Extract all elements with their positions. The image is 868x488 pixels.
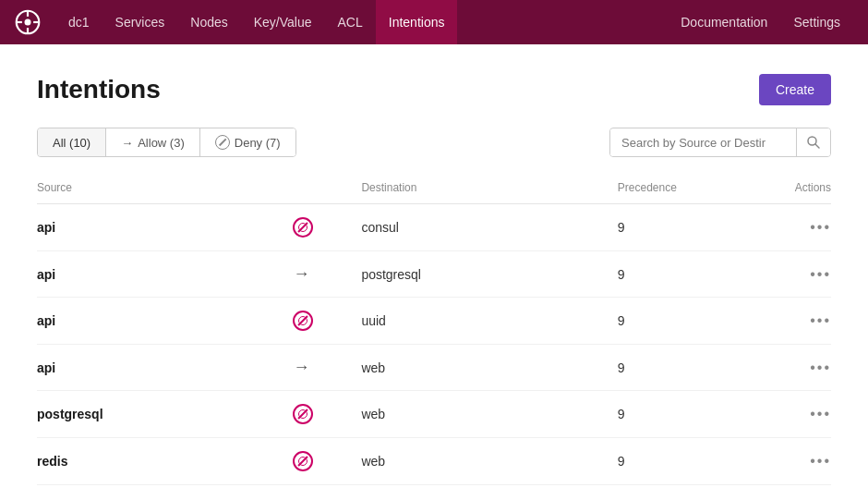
svg-line-7 <box>815 144 819 148</box>
precedence-value: 9 <box>618 267 625 282</box>
nav-item-acl[interactable]: ACL <box>325 0 376 44</box>
nav-item-settings[interactable]: Settings <box>780 0 853 44</box>
cell-source: web <box>37 485 293 489</box>
cell-actions[interactable]: ••• <box>745 485 831 489</box>
table-row: web→api9••• <box>37 485 831 489</box>
precedence-value: 9 <box>618 313 625 328</box>
col-header-type <box>293 176 361 204</box>
nav-item-documentation[interactable]: Documentation <box>668 0 780 44</box>
destination-value: uuid <box>361 313 385 328</box>
source-value: api <box>37 360 55 375</box>
deny-icon <box>293 404 313 424</box>
more-actions-button[interactable]: ••• <box>810 453 831 469</box>
arrow-icon: → <box>121 136 133 150</box>
cell-destination: uuid <box>361 298 617 345</box>
destination-value: web <box>361 454 385 469</box>
filter-allow[interactable]: → Allow (3) <box>106 128 200 156</box>
cell-type-icon <box>293 438 361 485</box>
source-value: api <box>37 267 55 282</box>
filter-all[interactable]: All (10) <box>38 128 106 156</box>
filter-buttons: All (10) → Allow (3) Deny (7) <box>37 128 296 157</box>
destination-value: consul <box>361 220 398 235</box>
source-value: redis <box>37 454 67 469</box>
precedence-value: 9 <box>618 454 625 469</box>
destination-value: web <box>361 407 385 421</box>
table-row: api→web9••• <box>37 345 831 391</box>
precedence-value: 9 <box>618 407 625 421</box>
cell-precedence: 9 <box>618 438 746 485</box>
page-title: Intentions <box>37 75 161 104</box>
navbar-left: dc1 Services Nodes Key/Value ACL Intenti… <box>55 0 668 44</box>
cell-type-icon: → <box>293 345 361 391</box>
cell-source: api <box>37 204 293 251</box>
nav-item-dc1[interactable]: dc1 <box>55 0 102 44</box>
page-header: Intentions Create <box>37 74 831 105</box>
table-row: redisweb9••• <box>37 438 831 485</box>
main-content: Intentions Create All (10) → Allow (3) D… <box>0 44 868 488</box>
table-row: postgresqlweb9••• <box>37 391 831 438</box>
table-row: api→postgresql9••• <box>37 251 831 298</box>
search-icon <box>806 135 821 150</box>
cell-source: api <box>37 345 293 391</box>
cell-destination: web <box>361 438 617 485</box>
cell-precedence: 9 <box>618 204 746 251</box>
cell-precedence: 9 <box>618 251 746 298</box>
nav-item-keyvalue[interactable]: Key/Value <box>241 0 325 44</box>
cell-precedence: 9 <box>618 345 746 391</box>
more-actions-button[interactable]: ••• <box>810 312 831 328</box>
cell-type-icon <box>293 298 361 345</box>
cell-destination: consul <box>361 204 617 251</box>
navbar: dc1 Services Nodes Key/Value ACL Intenti… <box>0 0 868 44</box>
source-value: postgresql <box>37 407 103 421</box>
cell-source: postgresql <box>37 391 293 438</box>
more-actions-button[interactable]: ••• <box>810 406 831 421</box>
nav-item-intentions[interactable]: Intentions <box>376 0 458 44</box>
filter-deny[interactable]: Deny (7) <box>200 128 295 156</box>
source-value: api <box>37 220 55 235</box>
more-actions-button[interactable]: ••• <box>810 219 831 235</box>
svg-point-1 <box>25 19 31 26</box>
allow-icon: → <box>293 358 309 376</box>
deny-icon <box>293 217 313 238</box>
cell-actions[interactable]: ••• <box>745 438 831 485</box>
cell-actions[interactable]: ••• <box>745 345 831 391</box>
deny-filter-icon <box>215 135 230 150</box>
col-header-precedence: Precedence <box>618 176 746 204</box>
cell-destination: web <box>361 345 617 391</box>
precedence-value: 9 <box>618 360 625 375</box>
cell-actions[interactable]: ••• <box>745 251 831 298</box>
brand-logo[interactable] <box>15 9 41 35</box>
nav-item-nodes[interactable]: Nodes <box>177 0 240 44</box>
cell-destination: web <box>361 391 617 438</box>
cell-type-icon: → <box>293 251 361 298</box>
cell-actions[interactable]: ••• <box>745 298 831 345</box>
more-actions-button[interactable]: ••• <box>810 360 831 375</box>
col-header-destination: Destination <box>361 176 617 204</box>
cell-precedence: 9 <box>618 298 746 345</box>
create-button[interactable]: Create <box>759 74 831 105</box>
cell-precedence: 9 <box>618 391 746 438</box>
cell-actions[interactable]: ••• <box>745 391 831 438</box>
cell-destination: api <box>361 485 617 489</box>
cell-source: redis <box>37 438 293 485</box>
nav-item-services[interactable]: Services <box>102 0 178 44</box>
table-row: apiconsul9••• <box>37 204 831 251</box>
cell-type-icon <box>293 204 361 251</box>
table-row: apiuuid9••• <box>37 298 831 345</box>
precedence-value: 9 <box>618 220 625 235</box>
destination-value: web <box>361 360 385 375</box>
search-input[interactable] <box>610 129 796 156</box>
cell-type-icon: → <box>293 485 361 489</box>
cell-destination: postgresql <box>361 251 617 298</box>
source-value: api <box>37 313 55 328</box>
intentions-table: Source Destination Precedence Actions ap… <box>37 176 831 488</box>
cell-actions[interactable]: ••• <box>745 204 831 251</box>
cell-type-icon <box>293 391 361 438</box>
col-header-actions: Actions <box>745 176 831 204</box>
destination-value: postgresql <box>361 267 421 282</box>
navbar-right: Documentation Settings <box>668 0 853 44</box>
search-button[interactable] <box>796 128 830 156</box>
cell-source: api <box>37 251 293 298</box>
allow-icon: → <box>293 264 309 283</box>
more-actions-button[interactable]: ••• <box>810 266 831 282</box>
